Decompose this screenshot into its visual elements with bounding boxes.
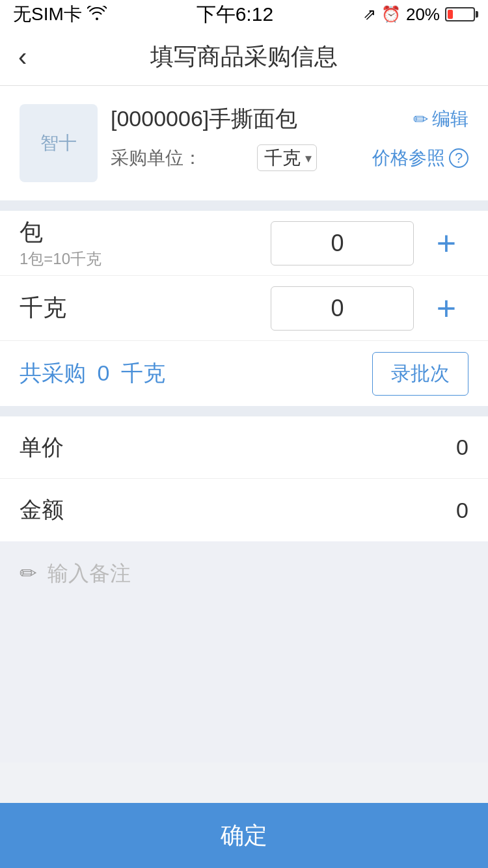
- kg-plus-button[interactable]: +: [424, 286, 468, 331]
- status-left: 无SIM卡: [13, 2, 107, 27]
- amount-value: 0: [456, 498, 468, 523]
- edit-button[interactable]: ✏ 编辑: [413, 107, 468, 131]
- page-title: 填写商品采购信息: [150, 41, 338, 73]
- info-section: 单价 0 金额 0: [0, 416, 488, 541]
- kg-label-main: 千克: [20, 292, 98, 324]
- status-bar: 无SIM卡 下午6:12 ⇗ ⏰ 20%: [0, 0, 488, 29]
- unit-select[interactable]: 千克: [257, 144, 317, 171]
- record-batch-button[interactable]: 录批次: [372, 352, 468, 396]
- remark-placeholder: 输入备注: [47, 560, 131, 588]
- total-quantity: 0: [97, 360, 109, 385]
- edit-label: 编辑: [432, 107, 468, 131]
- price-ref-question-icon: ?: [449, 148, 468, 168]
- remark-section[interactable]: ✏ 输入备注: [0, 541, 488, 763]
- kg-label: 千克: [20, 292, 98, 324]
- confirm-button-label: 确定: [221, 820, 267, 852]
- input-row-kg: 千克 +: [0, 276, 488, 341]
- kg-quantity-input[interactable]: [271, 286, 414, 331]
- nav-bar: ‹ 填写商品采购信息: [0, 29, 488, 86]
- product-image: 智十: [20, 104, 98, 182]
- bao-input-wrapper: +: [102, 221, 468, 265]
- input-row-bao: 包 1包=10千克 +: [0, 211, 488, 276]
- status-time: 下午6:12: [197, 1, 273, 28]
- kg-input-wrapper: +: [98, 286, 468, 331]
- back-button[interactable]: ‹: [18, 42, 27, 72]
- price-value: 0: [456, 435, 468, 460]
- price-ref-label: 价格参照: [372, 146, 445, 170]
- section-divider-1: [0, 200, 488, 211]
- status-right: ⇗ ⏰ 20%: [363, 5, 475, 25]
- price-label: 单价: [20, 433, 64, 463]
- unit-label: 采购单位：: [111, 146, 202, 170]
- bao-plus-button[interactable]: +: [424, 221, 468, 265]
- battery-bar: [445, 7, 475, 21]
- edit-icon: ✏: [413, 109, 428, 130]
- wifi-icon: [87, 4, 107, 25]
- price-ref-button[interactable]: 价格参照 ?: [372, 146, 468, 170]
- total-prefix: 共采购: [20, 360, 86, 385]
- amount-label: 金额: [20, 495, 64, 525]
- confirm-button[interactable]: 确定: [0, 803, 488, 868]
- alarm-icon: ⏰: [381, 5, 401, 23]
- bao-label-sub: 1包=10千克: [20, 249, 102, 269]
- bao-label-main: 包: [20, 217, 102, 249]
- product-logo-text: 智十: [40, 131, 77, 156]
- input-section: 包 1包=10千克 + 千克 +: [0, 211, 488, 341]
- product-name: [0000006]手撕面包: [111, 104, 297, 134]
- battery-fill: [448, 10, 453, 19]
- location-icon: ⇗: [363, 5, 376, 23]
- section-divider-2: [0, 406, 488, 416]
- unit-select-wrapper[interactable]: 千克: [257, 144, 317, 171]
- total-section: 共采购 0 千克 录批次: [0, 341, 488, 406]
- amount-row: 金额 0: [0, 479, 488, 541]
- pencil-icon: ✏: [20, 561, 37, 586]
- total-unit: 千克: [121, 360, 165, 385]
- product-info: [0000006]手撕面包 ✏ 编辑 采购单位： 千克 价格参照 ?: [111, 104, 468, 171]
- battery-percent: 20%: [406, 5, 440, 25]
- total-text: 共采购 0 千克: [20, 359, 165, 388]
- carrier-text: 无SIM卡: [13, 2, 82, 27]
- price-row: 单价 0: [0, 416, 488, 479]
- bao-quantity-input[interactable]: [271, 221, 414, 265]
- bao-label: 包 1包=10千克: [20, 217, 102, 269]
- product-card: 智十 [0000006]手撕面包 ✏ 编辑 采购单位： 千克 价格参照: [0, 86, 488, 200]
